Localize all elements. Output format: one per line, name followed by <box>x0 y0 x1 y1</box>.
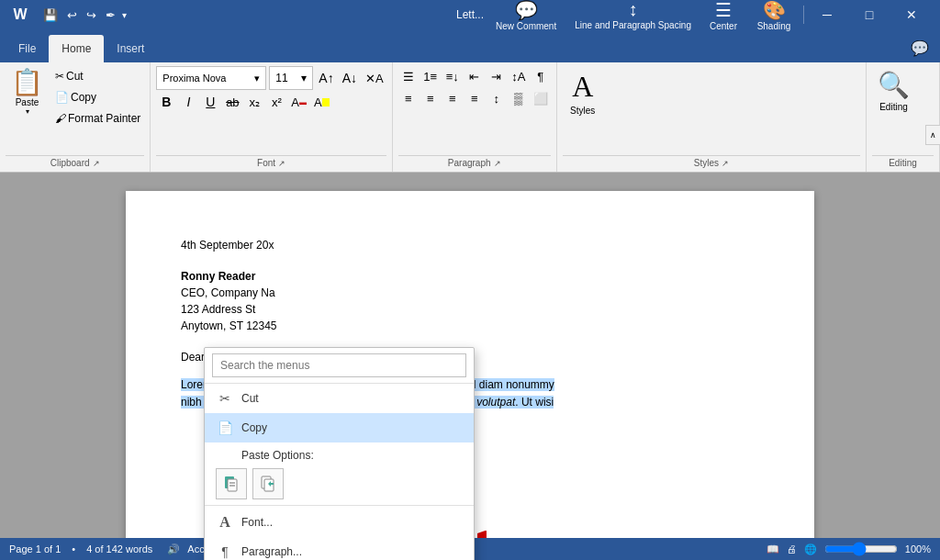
menu-search-input[interactable] <box>212 353 466 377</box>
document-area: 4th September 20x Ronny Reader CEO, Comp… <box>0 173 940 560</box>
new-comment-title-btn[interactable]: 💬 New Comment <box>487 0 565 33</box>
menu-item-cut[interactable]: ✂ Cut <box>205 384 474 413</box>
minimize-btn[interactable]: ─ <box>806 0 848 29</box>
font-menu-icon: A <box>216 514 234 531</box>
increase-indent-btn[interactable]: ⇥ <box>487 66 507 86</box>
context-menu: ✂ Cut 📄 Copy Paste Options: <box>204 347 475 560</box>
close-btn[interactable]: ✕ <box>890 0 933 29</box>
underline-btn[interactable]: U <box>200 92 220 112</box>
font-color-btn[interactable]: A▬ <box>288 92 309 112</box>
menu-item-paste-label: Paste Options: <box>205 442 474 465</box>
clipboard-expand-icon[interactable]: ↗ <box>93 159 100 168</box>
grow-font-btn[interactable]: A↑ <box>316 68 336 88</box>
cut-menu-label: Cut <box>241 392 463 405</box>
editing-group: 🔍 Editing Editing <box>867 62 940 172</box>
paste-options-row <box>205 465 474 503</box>
view-print-btn[interactable]: 🖨 <box>787 543 797 554</box>
qat-redo[interactable]: ↪ <box>84 6 99 24</box>
clipboard-group: 📋 Paste ▾ ✂Cut 📄Copy 🖌Format Painter Cli… <box>0 62 151 172</box>
menu-item-paragraph[interactable]: ¶ Paragraph... <box>205 537 474 560</box>
cut-btn[interactable]: ✂Cut <box>51 66 144 86</box>
paragraph-group: ☰ 1≡ ≡↓ ⇤ ⇥ ↕A ¶ ≡ ≡ ≡ ≡ ↕ ▒ ⬜ <box>393 62 557 172</box>
decrease-indent-btn[interactable]: ⇤ <box>464 66 485 86</box>
highlight-btn[interactable]: A▬ <box>311 92 332 112</box>
italic-btn[interactable]: I <box>178 92 198 112</box>
qat-ink[interactable]: ✒ <box>103 6 118 24</box>
superscript-btn[interactable]: x² <box>266 92 286 112</box>
copy-menu-label: Copy <box>241 421 463 434</box>
title-bar: W 💾 ↩ ↪ ✒ ▾ Lett... 💬 New Comment ↕ Line… <box>0 0 940 29</box>
tab-file[interactable]: File <box>6 35 49 62</box>
copy-menu-icon: 📄 <box>216 420 234 435</box>
styles-group: A Styles Styles ↗ <box>557 62 867 172</box>
page-info: Page 1 of 1 <box>9 543 61 554</box>
shrink-font-btn[interactable]: A↓ <box>340 68 360 88</box>
subscript-btn[interactable]: x₂ <box>244 92 264 112</box>
doc-date: 4th September 20x <box>181 237 759 253</box>
copy-btn[interactable]: 📄Copy <box>51 87 144 107</box>
word-icon: W <box>7 2 33 28</box>
doc-recipient-title: CEO, Company Na <box>181 285 759 301</box>
view-read-btn[interactable]: 📖 <box>767 543 779 555</box>
maximize-btn[interactable]: □ <box>848 0 890 29</box>
paste-keep-source-btn[interactable] <box>216 468 247 499</box>
bold-btn[interactable]: B <box>156 92 176 112</box>
shading-title-btn[interactable]: 🎨 Shading <box>746 0 801 33</box>
font-name-selector[interactable]: Proxima Nova▾ <box>156 66 266 90</box>
paste-options-label: Paste Options: <box>241 449 463 462</box>
center-title-btn[interactable]: ☰ Center <box>700 0 746 33</box>
title-text: Lett... <box>456 8 484 21</box>
paragraph-menu-icon: ¶ <box>216 544 234 559</box>
view-web-btn[interactable]: 🌐 <box>804 543 817 555</box>
paste-merge-formatting-btn[interactable] <box>252 468 284 499</box>
font-expand-icon[interactable]: ↗ <box>278 159 285 168</box>
ribbon-tabs: File Home Insert 💬 <box>0 29 940 62</box>
bullets-btn[interactable]: ☰ <box>398 66 419 86</box>
paste-btn[interactable]: 📋 Paste ▾ <box>6 66 49 119</box>
styles-gallery-btn[interactable]: A Styles <box>563 66 603 119</box>
qat-save[interactable]: 💾 <box>40 6 61 24</box>
justify-btn[interactable]: ≡ <box>464 88 485 108</box>
styles-expand-icon[interactable]: ↗ <box>722 159 729 168</box>
tab-home[interactable]: Home <box>49 35 104 62</box>
font-size-selector[interactable]: 11▾ <box>269 66 313 90</box>
doc-recipient-name: Ronny Reader <box>181 268 759 285</box>
qat-dropdown[interactable]: ▾ <box>122 10 127 20</box>
comments-panel-btn[interactable]: 💬 <box>900 34 940 62</box>
numbering-btn[interactable]: 1≡ <box>420 66 441 86</box>
doc-address2: Anytown, ST 12345 <box>181 318 759 334</box>
menu-item-copy[interactable]: 📄 Copy <box>205 413 474 442</box>
line-spacing-title-btn[interactable]: ↕ Line and Paragraph Spacing <box>565 0 700 33</box>
clear-format-btn[interactable]: ✕A <box>363 68 386 88</box>
sort-btn[interactable]: ↕A <box>509 66 529 86</box>
paragraph-menu-label: Paragraph... <box>241 545 463 558</box>
paragraph-label: Paragraph <box>448 158 491 168</box>
collapse-ribbon-btn[interactable]: ∧ <box>925 125 940 145</box>
paragraph-expand-icon[interactable]: ↗ <box>494 159 501 168</box>
editing-label: Editing <box>889 158 917 168</box>
word-count: 4 of 142 words <box>86 543 152 554</box>
clipboard-label: Clipboard <box>50 158 90 168</box>
qat-undo[interactable]: ↩ <box>64 6 80 24</box>
font-label: Font <box>257 158 275 168</box>
multilevel-btn[interactable]: ≡↓ <box>442 66 463 86</box>
menu-item-font[interactable]: A Font... <box>205 508 474 537</box>
font-group: Proxima Nova▾ 11▾ A↑ A↓ ✕A B I U ab x₂ x… <box>151 62 392 172</box>
format-painter-btn[interactable]: 🖌Format Painter <box>51 108 144 129</box>
strikethrough-btn[interactable]: ab <box>222 92 242 112</box>
align-left-btn[interactable]: ≡ <box>398 88 419 108</box>
zoom-level: 100% <box>905 543 931 554</box>
tab-insert[interactable]: Insert <box>104 35 157 62</box>
shading-small-btn[interactable]: ▒ <box>509 88 529 108</box>
align-center-btn[interactable]: ≡ <box>420 88 441 108</box>
app-window: W 💾 ↩ ↪ ✒ ▾ Lett... 💬 New Comment ↕ Line… <box>0 0 940 560</box>
show-para-btn[interactable]: ¶ <box>531 66 551 86</box>
line-spacing-btn[interactable]: ↕ <box>487 88 507 108</box>
ribbon-main: 📋 Paste ▾ ✂Cut 📄Copy 🖌Format Painter Cli… <box>0 62 940 173</box>
svg-rect-5 <box>264 479 274 491</box>
zoom-slider[interactable] <box>824 542 898 556</box>
editing-btn[interactable]: 🔍 Editing <box>872 66 915 116</box>
styles-label: Styles <box>694 158 719 168</box>
align-right-btn[interactable]: ≡ <box>442 88 463 108</box>
borders-btn[interactable]: ⬜ <box>531 88 551 108</box>
